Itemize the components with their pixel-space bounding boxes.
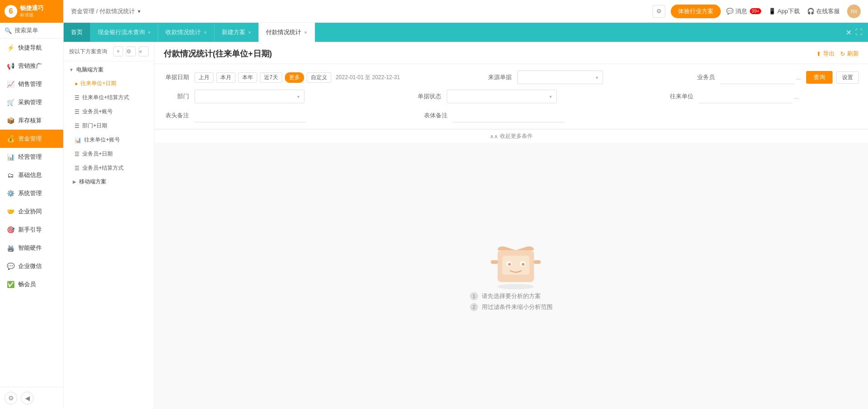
sidebar-item-sales[interactable]: 📈 销售管理 — [0, 75, 63, 93]
scheme-collapse-btn[interactable]: « — [139, 46, 149, 56]
sidebar-item-system[interactable]: ⚙️ 系统管理 — [0, 184, 63, 202]
scheme-item-partner-settle[interactable]: ☰ 往来单位+结算方式 — [64, 91, 154, 105]
sidebar-item-inventory[interactable]: 📦 库存核算 — [0, 111, 63, 130]
hint-text-2: 用过滤条件来缩小分析范围 — [482, 303, 553, 311]
guide-icon: 🎯 — [6, 226, 15, 234]
sidebar-item-marketing[interactable]: 📢 营销推广 — [0, 57, 63, 75]
svg-point-5 — [508, 263, 511, 266]
date-btn-this-year[interactable]: 本年 — [238, 72, 257, 83]
sidebar-item-hardware[interactable]: 🖨️ 智能硬件 — [0, 239, 63, 257]
scheme-item-partner-account[interactable]: 📊 往来单位+账号 — [64, 133, 154, 147]
voucher-date-label: 单据日期 — [164, 73, 189, 81]
hint-text-1: 请先选择要分析的方案 — [482, 292, 541, 300]
query-btn[interactable]: 查询 — [806, 71, 833, 84]
settings-bottom-btn[interactable]: ⚙ — [5, 392, 17, 404]
tabbar: 首页 现金银行流水查询 × 收款情况统计 × 新建方案 × 付款情况统计 × ✕… — [64, 23, 868, 42]
tab-receipts-close[interactable]: × — [204, 30, 206, 35]
date-btn-7days[interactable]: 近7天 — [260, 72, 282, 83]
tab-cashflow-close[interactable]: × — [148, 30, 150, 35]
sidebar-item-quick-nav[interactable]: ⚡ 快捷导航 — [0, 39, 63, 57]
refresh-btn[interactable]: ↻ 刷新 — [840, 50, 859, 58]
hint-item-1: 1 请先选择要分析的方案 — [470, 292, 553, 300]
topbar-actions: 💬 消息 99+ 📱 App下载 🎧 在线客服 Rit — [726, 5, 861, 18]
breadcrumb-dropdown[interactable]: ▾ — [138, 8, 140, 15]
sidebar-item-enterprise[interactable]: 🤝 企业协同 — [0, 202, 63, 221]
dept-select-arrow: ▾ — [297, 94, 299, 99]
collapse-more-btn[interactable]: ∧∧ 收起更多条件 — [155, 129, 868, 143]
main-area: 资金管理 / 付款情况统计 ▾ ⚙ 体验行业方案 💬 消息 99+ 📱 App下… — [64, 0, 868, 409]
scheme-item-partner-date[interactable]: ● 往来单位+日期 — [64, 76, 154, 91]
staff-more-btn[interactable]: ... — [796, 74, 801, 81]
scheme-item-icon: ☰ — [75, 95, 80, 101]
scheme-item-staff-date[interactable]: ☰ 业务员+日期 — [64, 147, 154, 161]
scheme-item-staff-account[interactable]: ☰ 业务员+账号 — [64, 105, 154, 119]
scheme-group-mobile-arrow: ▶ — [73, 179, 76, 184]
date-btn-this-month[interactable]: 本月 — [216, 72, 235, 83]
tab-cashflow[interactable]: 现金银行流水查询 × — [90, 23, 158, 42]
avatar-text: Rit — [851, 9, 857, 14]
scheme-item-label: 业务员+账号 — [82, 108, 113, 116]
sidebar-item-operations[interactable]: 📊 经营管理 — [0, 148, 63, 166]
app-download-btn[interactable]: 📱 App下载 — [768, 7, 800, 15]
sidebar-item-purchase[interactable]: 🛒 采购管理 — [0, 93, 63, 111]
date-btn-more[interactable]: 更多 — [285, 72, 304, 83]
sidebar-item-label: 基础信息 — [18, 171, 42, 179]
source-label: 来源单据 — [486, 73, 512, 81]
message-btn[interactable]: 💬 消息 99+ — [726, 7, 761, 15]
sidebar-item-label: 企业微信 — [18, 262, 42, 270]
user-avatar[interactable]: Rit — [847, 5, 861, 18]
sidebar: 6 畅捷通巧 标准版 🔍 搜索菜单 ⚡ 快捷导航 📢 营销推广 📈 销售管理 🛒… — [0, 0, 64, 409]
filter-row-1: 单据日期 上月 本月 本年 近7天 更多 自定义 2022-01-01 至 20… — [164, 71, 859, 84]
close-all-tabs-btn[interactable]: ✕ — [846, 28, 852, 37]
date-btn-group: 上月 本月 本年 近7天 更多 自定义 2022-01-01 至 2022-12… — [195, 72, 400, 83]
partner-more-btn[interactable]: ... — [794, 93, 799, 100]
topbar-settings-btn[interactable]: ⚙ — [653, 5, 665, 18]
tab-new-scheme-close[interactable]: × — [248, 30, 251, 35]
sidebar-item-funds[interactable]: 💰 资金管理 — [0, 130, 63, 148]
content-area: 付款情况统计(往来单位+日期) ⬆ 导出 ↻ 刷新 单据日期 — [155, 42, 868, 409]
trial-btn[interactable]: 体验行业方案 — [671, 5, 721, 18]
tab-payment-close[interactable]: × — [304, 30, 307, 35]
export-icon: ⬆ — [816, 50, 821, 57]
scheme-group-desktop-toggle[interactable]: ▼ 电脑端方案 — [64, 63, 154, 76]
date-btn-custom[interactable]: 自定义 — [307, 72, 331, 83]
scheme-group-desktop: ▼ 电脑端方案 ● 往来单位+日期 ☰ 往来单位+结算方式 ☰ 业务员+账号 ☰ — [64, 63, 154, 175]
dept-select[interactable]: ▾ — [195, 90, 304, 103]
sidebar-item-guide[interactable]: 🎯 新手引导 — [0, 221, 63, 239]
tab-new-scheme[interactable]: 新建方案 × — [215, 23, 259, 42]
sidebar-item-wechat[interactable]: 💬 企业微信 — [0, 257, 63, 275]
add-scheme-btn[interactable]: + — [113, 46, 123, 56]
scheme-settings-btn[interactable]: ⚙ — [126, 46, 136, 56]
staff-input[interactable] — [720, 71, 794, 84]
date-btn-last-month[interactable]: 上月 — [195, 72, 214, 83]
scheme-item-dept-date[interactable]: ☰ 部门+日期 — [64, 119, 154, 133]
page-title: 付款情况统计(往来单位+日期) — [164, 48, 272, 59]
sidebar-item-basic[interactable]: 🗂 基础信息 — [0, 166, 63, 184]
scheme-group-mobile-toggle[interactable]: ▶ 移动端方案 — [64, 175, 154, 188]
tab-payment[interactable]: 付款情况统计 × — [259, 23, 314, 42]
basic-icon: 🗂 — [6, 171, 15, 179]
search-menu[interactable]: 🔍 搜索菜单 — [0, 23, 63, 39]
voucher-status-select[interactable]: ▾ — [447, 90, 557, 103]
body-note-input[interactable] — [453, 109, 564, 122]
filter-settings-btn[interactable]: 设置 — [836, 71, 859, 84]
service-btn[interactable]: 🎧 在线客服 — [807, 7, 840, 15]
sidebar-item-label: 采购管理 — [18, 98, 42, 106]
scheme-item-icon: ☰ — [75, 151, 80, 157]
logo-name: 畅捷通巧 — [20, 5, 44, 12]
page-header-actions: ⬆ 导出 ↻ 刷新 — [816, 50, 859, 58]
scheme-item-staff-settle[interactable]: ☰ 业务员+结算方式 — [64, 161, 154, 175]
staff-label: 业务员 — [689, 73, 715, 81]
source-select[interactable]: ▾ — [517, 71, 603, 84]
tab-receipts[interactable]: 收款情况统计 × — [158, 23, 214, 42]
service-label: 在线客服 — [816, 7, 840, 15]
tab-receipts-label: 收款情况统计 — [165, 28, 201, 36]
expand-tab-btn[interactable]: ⛶ — [855, 28, 863, 36]
export-btn[interactable]: ⬆ 导出 — [816, 50, 835, 58]
header-note-input[interactable] — [195, 109, 306, 122]
tab-home[interactable]: 首页 — [64, 23, 90, 42]
partner-input[interactable] — [699, 90, 793, 103]
sidebar-logo: 6 畅捷通巧 标准版 — [0, 0, 63, 23]
collapse-sidebar-btn[interactable]: ◀ — [21, 392, 34, 404]
sidebar-item-member[interactable]: ✅ 畅会员 — [0, 275, 63, 293]
